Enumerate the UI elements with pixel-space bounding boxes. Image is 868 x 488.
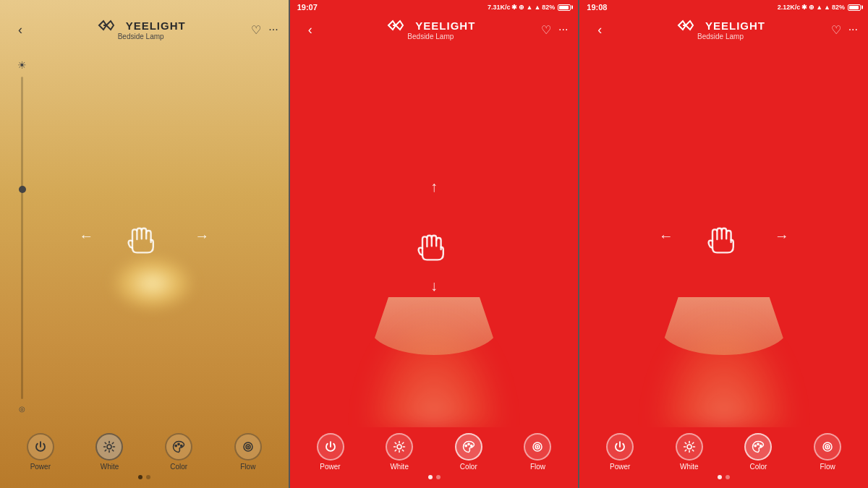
status-time-3: 19:08 [587,3,607,12]
back-button-2[interactable]: ‹ [300,20,320,40]
arrow-down-2: ↓ [430,278,438,294]
tab-flow-2[interactable]: Flow [519,433,556,471]
dot-1-inactive [146,475,150,479]
battery-bar-2 [558,4,571,11]
svg-point-0 [107,445,111,449]
nav-tabs-3: Power White [579,433,868,471]
main-content-2: ↑ ↓ [290,45,579,427]
status-bar-3: 19:08 2.12K/c ✱ ⊕ ▲ ▲ 82% [579,0,868,14]
network-speed-3: 2.12K/c [778,4,801,11]
arrow-left-1: ← [79,228,93,244]
tab-flow-1[interactable]: Flow [230,433,266,471]
phone-panel-1: ‹ YEELIGHT Bedside Lamp ♡ ··· ☀ ◎ [0,0,290,488]
status-icons-2: 7.31K/c ✱ ⊕ ▲ ▲ 82% [488,4,571,11]
status-bar-2: 19:07 7.31K/c ✱ ⊕ ▲ ▲ 82% [290,0,579,14]
back-button-3[interactable]: ‹ [590,20,610,40]
device-name-3: Bedside Lamp [697,33,744,40]
more-icon-2[interactable]: ··· [558,23,568,36]
app-header-3: ‹ YEELIGHT Bedside Lamp ♡ ··· [579,14,868,45]
arrow-up-2: ↑ [430,179,438,195]
tab-color-icon-3 [744,433,772,461]
bluetooth-icon-3: ✱ [801,4,807,11]
brightness-low-icon: ◎ [19,405,25,413]
signal2-icon-3: ▲ [824,4,830,11]
yeelight-logo-3: YEELIGHT [676,19,765,32]
app-header-2: ‹ YEELIGHT Bedside Lamp ♡ ··· [290,14,579,45]
signal-icon-2: ▲ [526,4,532,11]
bottom-nav-1: Power White [0,427,289,488]
gesture-3: ← → [695,207,753,265]
tab-color-icon-2 [455,433,482,461]
main-content-3: ← → [579,45,868,427]
slider-track-1[interactable] [21,77,23,399]
signal-icon-3: ▲ [816,4,822,11]
tab-white-icon-3 [676,433,703,461]
signal2-icon-2: ▲ [534,4,540,11]
heart-icon-2[interactable]: ♡ [541,23,551,37]
svg-point-16 [757,443,759,445]
tab-white-1[interactable]: White [91,433,127,471]
page-dots-1 [138,475,150,479]
bottom-nav-2: Power White [290,427,579,488]
status-time-2: 19:07 [297,3,318,12]
svg-point-17 [760,445,762,446]
app-header-1: ‹ YEELIGHT Bedside Lamp ♡ ··· [0,14,289,45]
tab-white-label-2: White [390,463,409,471]
tab-color-icon-1 [165,433,192,461]
tab-power-3[interactable]: Power [602,433,638,471]
tab-white-label-3: White [680,463,699,471]
status-icons-3: 2.12K/c ✱ ⊕ ▲ ▲ 82% [778,4,861,11]
brightness-slider-1[interactable]: ☀ ◎ [17,59,27,413]
arrow-right-1: → [195,228,209,244]
gesture-1: ← → [115,207,173,265]
tab-color-3[interactable]: Color [740,433,776,471]
gesture-arrows-horiz-1: ← → [79,228,209,244]
nav-tabs-2: Power White [290,433,579,471]
tab-white-icon-2 [386,433,413,461]
heart-icon-1[interactable]: ♡ [251,23,261,37]
battery-pct-3: 82% [832,4,845,11]
wifi-icon-2: ⊕ [519,4,524,11]
svg-point-3 [181,445,182,446]
tab-flow-label-1: Flow [240,463,255,471]
tab-flow-3[interactable]: Flow [809,433,846,471]
bluetooth-icon-2: ✱ [511,4,517,11]
slider-thumb-1 [19,186,26,193]
dot-3-inactive [726,475,730,479]
header-actions-2: ♡ ··· [541,23,568,37]
tab-flow-icon-2 [524,433,551,461]
heart-icon-3[interactable]: ♡ [831,23,841,37]
svg-point-6 [247,446,249,448]
tab-power-label-2: Power [320,463,340,471]
lamp-bg-3 [652,312,796,427]
tab-power-icon-3 [606,433,634,461]
tab-color-label-1: Color [170,463,187,471]
tab-white-icon-1 [95,433,123,461]
tab-color-label-3: Color [750,463,767,471]
tab-power-1[interactable]: Power [22,433,59,471]
svg-point-20 [827,446,828,448]
header-center-3: YEELIGHT Bedside Lamp [676,19,765,40]
tab-white-2[interactable]: White [381,433,417,471]
tab-flow-icon-1 [234,433,262,461]
header-actions-1: ♡ ··· [251,23,278,37]
tab-color-1[interactable]: Color [161,433,197,471]
tab-color-2[interactable]: Color [451,433,487,471]
tab-white-label-1: White [101,463,119,471]
header-center-1: YEELIGHT Bedside Lamp [96,19,186,40]
svg-point-8 [465,445,467,446]
arrow-right-3: → [775,228,789,244]
more-icon-1[interactable]: ··· [268,23,278,36]
tab-power-label-1: Power [30,463,51,471]
tab-white-3[interactable]: White [671,433,707,471]
yeelight-logo-1: YEELIGHT [96,19,186,32]
arrow-left-3: ← [659,228,673,244]
tab-power-2[interactable]: Power [312,433,349,471]
tab-power-icon-2 [317,433,344,461]
bottom-nav-3: Power White [579,427,868,488]
dot-1-active [138,475,142,479]
back-button-1[interactable]: ‹ [10,20,30,40]
lamp-bg-2 [362,312,506,427]
device-name-1: Bedside Lamp [118,33,164,40]
more-icon-3[interactable]: ··· [848,23,858,36]
